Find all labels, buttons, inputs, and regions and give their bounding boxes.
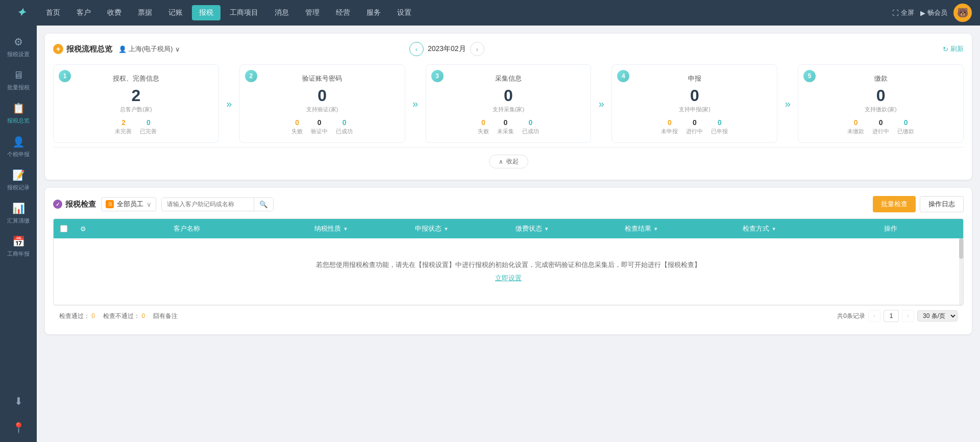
nav-bill[interactable]: 票据 — [131, 5, 159, 20]
th-check-result-text: 检查结果 — [625, 224, 651, 233]
per-page-select[interactable]: 30 条/页 — [917, 310, 958, 322]
step-2-count: 0 — [248, 87, 397, 104]
fullscreen-button[interactable]: ⛶ 全屏 — [892, 8, 914, 17]
total-records: 共0条记录 — [837, 312, 865, 321]
step-3-stat-2-label: 已成功 — [522, 128, 539, 135]
step-2-stats: 0 失败 0 验证中 0 已成功 — [248, 118, 397, 135]
nav-tax[interactable]: 报税 — [192, 5, 220, 20]
step-4-stat-1: 0 进行中 — [686, 118, 703, 135]
scrollbar-thumb[interactable] — [959, 238, 963, 259]
step-3-stat-1-val: 0 — [504, 118, 508, 127]
sidebar-item-location[interactable]: 📍 — [0, 415, 37, 440]
nav-accounting[interactable]: 记账 — [161, 5, 190, 20]
sidebar-label-tax-overview: 报税总览 — [7, 117, 30, 124]
nav-business[interactable]: 工商项目 — [223, 5, 265, 20]
prev-month-button[interactable]: ‹ — [409, 42, 424, 56]
step-2-num: 2 — [245, 70, 257, 82]
location-badge[interactable]: 👤 上海(电子税局) ∨ — [118, 44, 180, 54]
sidebar-label-tax-settings: 报税设置 — [7, 51, 30, 58]
sidebar-item-tax-record[interactable]: 📝 报税记录 — [0, 163, 37, 196]
nav-manage[interactable]: 管理 — [298, 5, 327, 20]
step-5-title: 缴款 — [806, 72, 955, 83]
play-icon: ▶ — [920, 9, 925, 17]
fullscreen-label: 全屏 — [901, 8, 914, 17]
process-overview-header: + 报税流程总览 👤 上海(电子税局) ∨ ‹ 2023年02月 › ↻ 刷新 — [53, 42, 964, 56]
setup-link[interactable]: 立即设置 — [495, 274, 522, 282]
arrow-2: » — [405, 64, 426, 143]
step-4-stat-2-val: 0 — [718, 118, 722, 127]
next-month-button[interactable]: › — [470, 42, 484, 56]
main-layout: ⚙ 报税设置 🖥 批量报税 📋 报税总览 👤 个税申报 📝 报税记录 📊 汇算清… — [0, 26, 980, 442]
tax-settings-icon: ⚙ — [11, 35, 26, 49]
gear-icon[interactable]: ⚙ — [80, 225, 86, 233]
step-4-stat-1-val: 0 — [693, 118, 697, 127]
top-navigation: ✦ 首页 客户 收费 票据 记账 报税 工商项目 消息 管理 经营 服务 设置 … — [0, 0, 980, 26]
search-button[interactable]: 🔍 — [254, 198, 273, 211]
fail-count: 检查不通过： 0 — [103, 312, 145, 321]
plus-icon: + — [53, 44, 63, 54]
nav-settings[interactable]: 设置 — [390, 5, 419, 20]
table-body: 若您想使用报税检查功能，请先在【报税设置】中进行报税的初始化设置，完成密码验证和… — [54, 238, 963, 305]
vip-label: 畅会员 — [927, 8, 947, 17]
sidebar-item-tax-overview[interactable]: 📋 报税总览 — [0, 96, 37, 129]
tax-record-icon: 📝 — [11, 168, 26, 182]
th-tax-type[interactable]: 纳税性质 ▼ — [281, 219, 382, 238]
table-scrollbar[interactable] — [959, 238, 963, 305]
mascot-avatar[interactable]: 🐻 — [953, 4, 972, 22]
step-5-card: 5 缴款 0 支持缴款(家) 0 未缴款 0 进行中 — [798, 64, 964, 143]
step-5-stat-0: 0 未缴款 — [847, 118, 864, 135]
sidebar-item-personal-tax[interactable]: 👤 个税申报 — [0, 130, 37, 163]
sidebar-item-settlement[interactable]: 📊 汇算清缴 — [0, 196, 37, 229]
nav-operation[interactable]: 经营 — [329, 5, 357, 20]
op-log-button[interactable]: 操作日志 — [920, 196, 964, 212]
step-2-stat-0-val: 0 — [295, 118, 299, 127]
step-2-sub: 支持验证(家) — [248, 106, 397, 113]
nav-home[interactable]: 首页 — [39, 5, 67, 20]
th-declare-status[interactable]: 申报状态 ▼ — [381, 219, 482, 238]
select-all-checkbox[interactable] — [60, 225, 67, 232]
current-page: 1 — [884, 310, 899, 322]
vip-button[interactable]: ▶ 畅会员 — [920, 8, 947, 17]
step-1-card: 1 授权、完善信息 2 总客户数(家) 2 未完善 0 已完善 — [53, 64, 219, 143]
step-4-stat-2: 0 已申报 — [711, 118, 728, 135]
tax-check-title: ✓ 报税检查 — [53, 200, 96, 209]
th-pay-status[interactable]: 缴费状态 ▼ — [482, 219, 582, 238]
collapse-button[interactable]: ∧ 收起 — [489, 155, 528, 168]
pass-val[interactable]: 0 — [91, 312, 95, 320]
sidebar-item-batch-tax[interactable]: 🖥 批量报税 — [0, 63, 37, 96]
prev-page-button[interactable]: ‹ — [868, 310, 880, 322]
fail-val[interactable]: 0 — [141, 312, 145, 320]
sidebar-item-tax-settings[interactable]: ⚙ 报税设置 — [0, 30, 37, 63]
arrow-1: » — [219, 64, 239, 143]
next-page-button[interactable]: › — [902, 310, 914, 322]
step-3-stat-1: 0 未采集 — [497, 118, 514, 135]
step-2-title: 验证账号密码 — [248, 72, 397, 83]
step-4-sub: 支持申报(家) — [620, 106, 769, 113]
app-logo: ✦ — [8, 0, 34, 26]
pass-label: 检查通过： — [59, 312, 90, 320]
sidebar-label-personal-tax: 个税申报 — [7, 151, 30, 158]
th-check-method[interactable]: 检查方式 ▼ — [700, 219, 818, 238]
filter-chevron-icon: ∨ — [146, 201, 152, 208]
refresh-button[interactable]: ↻ 刷新 — [943, 44, 964, 54]
remark-label: 囧有备注 — [153, 312, 178, 321]
download-icon: ⬇ — [11, 394, 26, 408]
employee-filter[interactable]: 员 全部员工 ∨ — [101, 197, 156, 211]
arrow-3: » — [591, 64, 611, 143]
batch-check-button[interactable]: 批量检查 — [873, 196, 916, 212]
step-3-stat-0: 0 失败 — [478, 118, 489, 135]
batch-tax-icon: 🖥 — [11, 68, 26, 82]
step-1-sub: 总客户数(家) — [62, 106, 210, 113]
nav-service[interactable]: 服务 — [359, 5, 388, 20]
nav-fee[interactable]: 收费 — [100, 5, 129, 20]
search-input[interactable] — [162, 198, 254, 210]
sidebar-item-download[interactable]: ⬇ — [0, 389, 37, 413]
sidebar-item-annual-report[interactable]: 📅 工商年报 — [0, 229, 37, 262]
nav-client[interactable]: 客户 — [69, 5, 98, 20]
refresh-label: 刷新 — [950, 44, 964, 54]
th-tax-type-text: 纳税性质 — [314, 224, 341, 233]
step-2-stat-1-label: 验证中 — [311, 128, 328, 135]
step-4-stat-0: 0 未申报 — [661, 118, 678, 135]
nav-message[interactable]: 消息 — [267, 5, 296, 20]
th-check-result[interactable]: 检查结果 ▼ — [582, 219, 700, 238]
